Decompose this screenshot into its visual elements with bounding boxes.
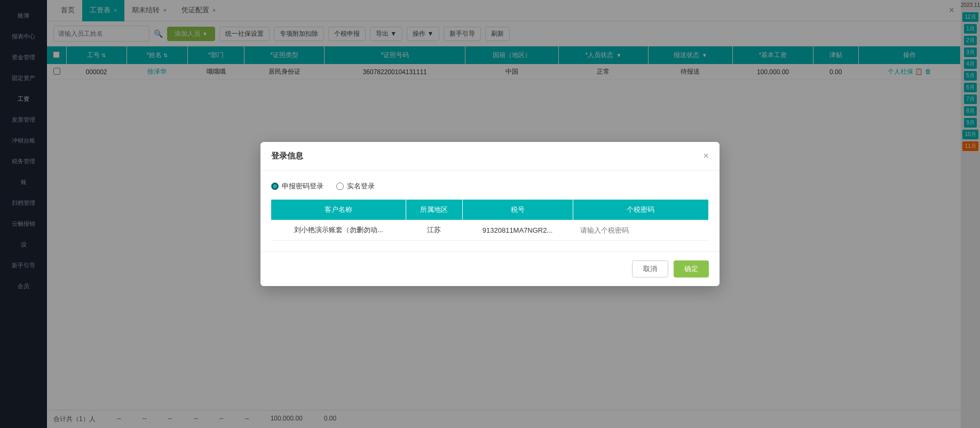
dialog-footer: 取消 确定 xyxy=(260,251,720,286)
dialog-title: 登录信息 xyxy=(271,151,303,161)
col-tax-id: 税号 xyxy=(462,200,573,220)
col-client-name: 客户名称 xyxy=(271,200,406,220)
cancel-button[interactable]: 取消 xyxy=(632,260,668,278)
dialog-overlay: 登录信息 × 申报密码登录 实名登录 客户名称 所属地区 xyxy=(0,0,980,428)
confirm-button[interactable]: 确定 xyxy=(674,260,709,278)
radio-realname-login[interactable]: 实名登录 xyxy=(336,181,375,191)
radio-realname-input[interactable] xyxy=(336,183,344,190)
cell-client-name: 刘小艳演示账套（勿删勿动... xyxy=(271,220,406,241)
cell-region: 江苏 xyxy=(406,220,462,241)
dialog-close-button[interactable]: × xyxy=(703,150,709,162)
cell-tax-id: 91320811MA7NGR2... xyxy=(462,220,573,241)
radio-password-login[interactable]: 申报密码登录 xyxy=(271,181,323,191)
dialog-body: 申报密码登录 实名登录 客户名称 所属地区 税号 个税密码 xyxy=(260,171,720,251)
login-dialog: 登录信息 × 申报密码登录 实名登录 客户名称 所属地区 xyxy=(260,142,720,286)
tax-password-input[interactable] xyxy=(580,226,701,234)
radio-password-input[interactable] xyxy=(271,183,279,190)
col-tax-password: 个税密码 xyxy=(573,200,708,220)
col-region: 所属地区 xyxy=(406,200,462,220)
dialog-header: 登录信息 × xyxy=(260,142,720,171)
client-table: 客户名称 所属地区 税号 个税密码 刘小艳演示账套（勿删勿动... 江苏 913… xyxy=(271,200,709,241)
client-table-row: 刘小艳演示账套（勿删勿动... 江苏 91320811MA7NGR2... xyxy=(271,220,709,241)
cell-tax-password[interactable] xyxy=(573,220,708,241)
login-type-radio-group: 申报密码登录 实名登录 xyxy=(271,181,709,191)
